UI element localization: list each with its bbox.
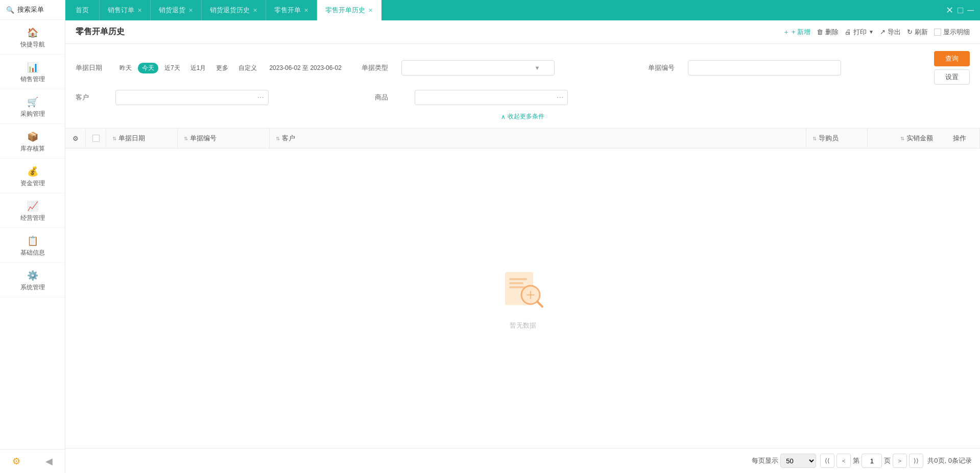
sidebar-item-operations[interactable]: 📈 经营管理 bbox=[0, 193, 65, 228]
select-all-checkbox[interactable] bbox=[92, 135, 100, 142]
per-page: 每页显示 50 10 20 100 bbox=[752, 454, 816, 468]
page-total: 共0页, 0条记录 bbox=[927, 456, 972, 465]
settings-icon[interactable]: ⚙ bbox=[12, 456, 20, 467]
sort-icon: ⇅ bbox=[276, 136, 280, 141]
tab-retail-open-label: 零售开单 bbox=[274, 6, 301, 15]
sort-icon: ⇅ bbox=[112, 136, 116, 141]
tab-sales-return-history[interactable]: 销货退货历史 ✕ bbox=[202, 0, 266, 20]
refresh-icon: ↻ bbox=[907, 28, 913, 36]
th-gear[interactable]: ⚙ bbox=[65, 130, 86, 147]
setting-button[interactable]: 设置 bbox=[934, 69, 970, 85]
date-opt-more[interactable]: 更多 bbox=[212, 63, 232, 73]
sidebar-item-finance[interactable]: 💰 资金管理 bbox=[0, 159, 65, 193]
sidebar-item-label: 资金管理 bbox=[20, 179, 45, 188]
goods-label: 商品 bbox=[375, 93, 411, 102]
filter-area: 单据日期 昨天 今天 近7天 近1月 更多 自定义 2023-06-02 至 2… bbox=[65, 44, 980, 129]
sidebar-item-basic-info[interactable]: 📋 基础信息 bbox=[0, 228, 65, 263]
th-customer[interactable]: ⇅ 客户 bbox=[270, 129, 806, 148]
page-input[interactable] bbox=[862, 454, 882, 468]
add-button[interactable]: ＋ + 新增 bbox=[783, 28, 810, 37]
date-opt-7days[interactable]: 近7天 bbox=[160, 63, 184, 73]
content-area: 零售开单历史 ＋ + 新增 🗑 删除 🖨 打印 ▼ ↗ 导出 bbox=[65, 20, 980, 473]
restore-window-icon[interactable]: □ bbox=[958, 5, 963, 16]
date-opt-1month[interactable]: 近1月 bbox=[186, 63, 210, 73]
sidebar-search[interactable]: 🔍 搜索采单 bbox=[0, 0, 65, 20]
tab-bar-right: ✕ □ ─ bbox=[946, 5, 980, 16]
date-label: 单据日期 bbox=[76, 63, 111, 72]
tab-retail-history[interactable]: 零售开单历史 ✕ bbox=[317, 0, 381, 20]
home-icon: 🏠 bbox=[27, 27, 38, 38]
date-opt-today[interactable]: 今天 bbox=[138, 63, 158, 73]
collapse-icon[interactable]: ◀ bbox=[45, 456, 53, 467]
sidebar-item-purchase-mgmt[interactable]: 🛒 采购管理 bbox=[0, 89, 65, 124]
delete-button[interactable]: 🗑 删除 bbox=[817, 28, 839, 37]
tab-home[interactable]: 首页 bbox=[65, 0, 100, 20]
sort-icon: ⇅ bbox=[812, 136, 817, 141]
goods-input[interactable]: ··· bbox=[415, 90, 568, 105]
customer-dots: ··· bbox=[257, 93, 264, 102]
date-opt-custom[interactable]: 自定义 bbox=[234, 63, 261, 73]
sidebar: 🔍 搜索采单 🏠 快捷导航 📊 销售管理 🛒 采购管理 📦 库存核算 💰 资金管… bbox=[0, 0, 65, 473]
sort-icon: ⇅ bbox=[184, 136, 188, 141]
print-dropdown-icon: ▼ bbox=[869, 29, 874, 35]
print-button[interactable]: 🖨 打印 ▼ bbox=[845, 28, 874, 37]
close-window-icon[interactable]: ✕ bbox=[946, 5, 953, 16]
sidebar-item-inventory[interactable]: 📦 库存核算 bbox=[0, 124, 65, 159]
tab-sales-return-close[interactable]: ✕ bbox=[188, 7, 193, 14]
display-detail-checkbox[interactable]: 显示明细 bbox=[934, 28, 970, 37]
tab-retail-history-close[interactable]: ✕ bbox=[368, 7, 373, 14]
collapse-more-btn[interactable]: ∧ 收起更多条件 bbox=[76, 110, 970, 123]
th-checkbox[interactable] bbox=[86, 130, 106, 147]
svg-rect-3 bbox=[509, 286, 525, 288]
sidebar-item-quick-nav[interactable]: 🏠 快捷导航 bbox=[0, 20, 65, 55]
export-button[interactable]: ↗ 导出 bbox=[880, 28, 901, 37]
tab-retail-history-label: 零售开单历史 bbox=[325, 6, 365, 15]
per-page-label: 每页显示 bbox=[752, 456, 778, 465]
query-button[interactable]: 查询 bbox=[934, 51, 970, 66]
number-input[interactable] bbox=[688, 60, 841, 76]
customer-label: 客户 bbox=[76, 93, 111, 102]
sidebar-item-sys-mgmt[interactable]: ⚙️ 系统管理 bbox=[0, 263, 65, 297]
sort-icon: ⇅ bbox=[900, 136, 904, 141]
inventory-icon: 📦 bbox=[27, 131, 38, 142]
tab-sales-return-history-close[interactable]: ✕ bbox=[253, 7, 257, 14]
sidebar-item-sales-mgmt[interactable]: 📊 销售管理 bbox=[0, 55, 65, 89]
customer-input[interactable]: ··· bbox=[115, 90, 269, 105]
refresh-button[interactable]: ↻ 刷新 bbox=[907, 28, 928, 37]
page-nav: ⟨⟨ ＜ 第 页 ＞ ⟩⟩ bbox=[820, 454, 923, 468]
page-first-btn[interactable]: ⟨⟨ bbox=[820, 454, 834, 468]
per-page-select[interactable]: 50 10 20 100 bbox=[780, 454, 816, 468]
search-icon: 🔍 bbox=[6, 6, 14, 14]
tab-sales-return[interactable]: 销货退货 ✕ bbox=[151, 0, 202, 20]
sidebar-item-label: 经营管理 bbox=[20, 214, 45, 222]
tab-retail-open-close[interactable]: ✕ bbox=[304, 7, 308, 14]
tab-sales-order-close[interactable]: ✕ bbox=[137, 7, 142, 14]
tab-retail-open[interactable]: 零售开单 ✕ bbox=[266, 0, 317, 20]
page-suffix: 页 bbox=[884, 456, 891, 465]
checkbox-box bbox=[934, 29, 941, 36]
empty-state: 暂无数据 bbox=[65, 148, 980, 448]
page-actions: ＋ + 新增 🗑 删除 🖨 打印 ▼ ↗ 导出 ↻ bbox=[783, 28, 970, 37]
number-label: 单据编号 bbox=[648, 63, 684, 72]
delete-icon: 🗑 bbox=[817, 28, 823, 36]
svg-rect-2 bbox=[509, 282, 523, 284]
finance-icon: 💰 bbox=[27, 166, 38, 177]
collapse-more-label: 收起更多条件 bbox=[508, 112, 544, 121]
type-dropdown-icon: ▼ bbox=[534, 65, 540, 71]
page-prev-btn[interactable]: ＜ bbox=[836, 454, 851, 468]
sidebar-item-label: 库存核算 bbox=[20, 144, 45, 153]
type-select[interactable]: ▼ bbox=[401, 60, 555, 76]
th-date[interactable]: ⇅ 单据日期 bbox=[106, 129, 178, 148]
th-guide[interactable]: ⇅ 导购员 bbox=[806, 129, 868, 148]
tab-sales-order[interactable]: 销售订单 ✕ bbox=[100, 0, 151, 20]
sidebar-search-label: 搜索采单 bbox=[17, 5, 44, 14]
th-number[interactable]: ⇅ 单据编号 bbox=[178, 129, 270, 148]
page-last-btn[interactable]: ⟩⟩ bbox=[909, 454, 923, 468]
purchase-icon: 🛒 bbox=[27, 96, 38, 108]
page-next-btn[interactable]: ＞ bbox=[893, 454, 907, 468]
th-amount[interactable]: ⇅ 实销金额 bbox=[868, 129, 939, 148]
minimize-window-icon[interactable]: ─ bbox=[967, 5, 974, 16]
tab-sales-return-history-label: 销货退货历史 bbox=[210, 6, 250, 15]
date-opt-yesterday[interactable]: 昨天 bbox=[115, 63, 136, 73]
main-area: 首页 销售订单 ✕ 销货退货 ✕ 销货退货历史 ✕ 零售开单 ✕ 零售开单历史 … bbox=[65, 0, 980, 473]
